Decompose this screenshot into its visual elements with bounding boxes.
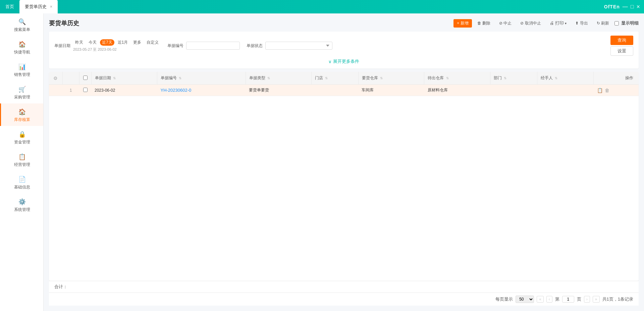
print-arrow-icon: ▾ (565, 21, 567, 25)
sort-department-icon[interactable]: ⇅ (504, 76, 506, 80)
refresh-button[interactable]: ↻ 刷新 (593, 19, 612, 28)
col-handler-header[interactable]: 经手人 ⇅ (537, 72, 593, 85)
status-select[interactable] (265, 42, 332, 50)
filter-row: 单据日期 昨天 今天 近7天 近1月 更多 自定义 2023-05-27 至 2… (54, 36, 633, 56)
purchase-mgmt-icon: 🛒 (18, 86, 26, 93)
next-page-btn[interactable]: › (584, 296, 590, 303)
cancel-stop-button[interactable]: ⊘ 取消中止 (517, 19, 544, 28)
display-detail-label: 显示明细 (621, 20, 639, 26)
date-last7days[interactable]: 近7天 (100, 39, 114, 46)
sidebar-item-finance-label: 资金管理 (14, 139, 30, 145)
tab-close-icon[interactable]: × (50, 4, 52, 9)
sort-doc-type-icon[interactable]: ⇅ (267, 76, 270, 80)
col-department-header[interactable]: 部门 ⇅ (490, 72, 537, 85)
filter-area: 单据日期 昨天 今天 近7天 近1月 更多 自定义 2023-05-27 至 2… (49, 32, 639, 69)
last-page-btn[interactable]: » (593, 296, 600, 303)
row-doc-no-0[interactable]: YH-20230602-0 (157, 85, 246, 96)
display-detail-checkbox[interactable] (614, 21, 619, 26)
total-info: 共1页，1条记录 (602, 296, 633, 302)
col-doc-type-header[interactable]: 单据类型 ⇅ (246, 72, 311, 85)
sidebar-item-operation-label: 经营管理 (14, 162, 30, 168)
col-num-header (62, 72, 79, 85)
docno-input[interactable] (186, 42, 240, 50)
operation-mgmt-icon: 📋 (18, 153, 26, 161)
sort-doc-date-icon[interactable]: ⇅ (113, 76, 116, 80)
maximize-btn[interactable]: □ (631, 4, 634, 10)
sidebar-item-sales-label: 销售管理 (14, 72, 30, 78)
col-doc-no-header[interactable]: 单据编号 ⇅ (157, 72, 246, 85)
row-num-0: 1 (62, 85, 79, 96)
col-settings-header[interactable]: ⚙ (49, 72, 62, 85)
date-yesterday[interactable]: 昨天 (73, 39, 85, 46)
sidebar-item-search-menu-label: 搜索菜单 (14, 27, 30, 33)
date-range-display: 2023-05-27 至 2023-06-02 (73, 47, 161, 52)
sidebar-item-sales-mgmt[interactable]: 📊 销售管理 (0, 58, 43, 81)
col-req-warehouse-header[interactable]: 要货仓库 ⇅ (358, 72, 424, 85)
docno-filter-group: 单据编号 (167, 42, 240, 50)
row-store-0 (312, 85, 359, 96)
minimize-btn[interactable]: — (623, 4, 628, 10)
row-doc-type-0: 要货单要货 (246, 85, 311, 96)
search-menu-icon: 🔍 (18, 18, 26, 26)
pagination-bar: 每页显示 50 10 20 100 « ‹ 第 页 › » 共1页，1条记录 (49, 293, 639, 306)
sidebar-item-system-mgmt[interactable]: ⚙️ 系统管理 (0, 193, 43, 216)
print-label: 🖨 打印 (550, 20, 564, 26)
doc-no-link-0[interactable]: YH-20230602-0 (160, 88, 191, 93)
setting-button[interactable]: 设置 (610, 46, 633, 56)
expand-more-icon: ∨ (328, 59, 332, 64)
expand-more-btn[interactable]: ∨ 展开更多条件 (54, 58, 633, 64)
row-checkbox-0[interactable] (83, 88, 88, 92)
add-button[interactable]: + 新增 (453, 19, 472, 28)
sidebar-item-inventory[interactable]: 🏠 库存核算 (0, 103, 43, 126)
per-page-label: 每页显示 (495, 296, 513, 302)
stop-button[interactable]: ⊘ 中止 (496, 19, 515, 28)
row-check-0[interactable] (79, 85, 91, 96)
system-mgmt-icon: ⚙️ (18, 198, 26, 206)
per-page-select[interactable]: 50 10 20 100 (516, 296, 534, 303)
basic-info-icon: 📄 (18, 176, 26, 183)
data-table: ⚙ 单据日期 ⇅ 单据编号 ⇅ 单据类型 ⇅ (49, 72, 639, 96)
page-title: 要货单历史 (49, 19, 79, 27)
sidebar-item-basic-info[interactable]: 📄 基础信息 (0, 171, 43, 193)
gear-icon[interactable]: ⚙ (53, 76, 58, 81)
export-button[interactable]: ⬆ 导出 (572, 19, 591, 28)
date-more[interactable]: 更多 (131, 39, 143, 46)
row-operation-0: 📋 🗑 (594, 85, 639, 96)
sort-handler-icon[interactable]: ⇅ (555, 76, 557, 80)
delete-button[interactable]: 🗑 删除 (474, 19, 494, 28)
print-button[interactable]: 🖨 打印 ▾ (546, 19, 570, 28)
sidebar-item-operation-mgmt[interactable]: 📋 经营管理 (0, 148, 43, 171)
row-delete-icon-0[interactable]: 🗑 (605, 88, 609, 93)
sidebar-item-finance-mgmt[interactable]: 🔒 资金管理 (0, 126, 43, 148)
select-all-checkbox[interactable] (83, 76, 88, 80)
date-last1month[interactable]: 近1月 (116, 39, 130, 46)
tab-requisition-history[interactable]: 要货单历史 × (19, 0, 58, 13)
row-edit-icon-0[interactable]: 📋 (597, 88, 603, 93)
tab-home-label: 首页 (5, 4, 14, 10)
sidebar-item-quick-nav-label: 快捷导航 (14, 49, 30, 55)
query-button[interactable]: 查询 (610, 36, 633, 45)
sidebar-item-purchase-mgmt[interactable]: 🛒 采购管理 (0, 81, 43, 103)
date-today[interactable]: 今天 (87, 39, 99, 46)
sidebar-item-inventory-label: 库存核算 (14, 117, 30, 123)
col-doc-date-header[interactable]: 单据日期 ⇅ (91, 72, 157, 85)
prev-page-btn[interactable]: ‹ (546, 296, 552, 303)
first-page-btn[interactable]: « (537, 296, 544, 303)
tab-home[interactable]: 首页 (0, 0, 19, 13)
close-btn[interactable]: × (636, 3, 640, 10)
table-header-row: ⚙ 单据日期 ⇅ 单据编号 ⇅ 单据类型 ⇅ (49, 72, 639, 85)
date-shortcuts: 昨天 今天 近7天 近1月 更多 自定义 (73, 39, 161, 46)
main-content: 要货单历史 + 新增 🗑 删除 ⊘ 中止 ⊘ 取消中止 🖨 打印 ▾ ⬆ 导出 … (44, 13, 644, 311)
col-store-header[interactable]: 门店 ⇅ (312, 72, 359, 85)
col-pending-warehouse-header[interactable]: 待出仓库 ⇅ (424, 72, 490, 85)
sort-doc-no-icon[interactable]: ⇅ (179, 76, 181, 80)
sidebar-item-quick-nav[interactable]: 🏠 快捷导航 (0, 36, 43, 58)
sort-req-warehouse-icon[interactable]: ⇅ (380, 76, 383, 80)
row-doc-date-0: 2023-06-02 (91, 85, 157, 96)
page-input[interactable] (562, 296, 574, 303)
sort-store-icon[interactable]: ⇅ (325, 76, 328, 80)
sort-pending-warehouse-icon[interactable]: ⇅ (446, 76, 449, 80)
date-custom[interactable]: 自定义 (145, 39, 161, 46)
sidebar-item-search-menu[interactable]: 🔍 搜索菜单 (0, 13, 43, 36)
inventory-icon: 🏠 (18, 108, 26, 116)
